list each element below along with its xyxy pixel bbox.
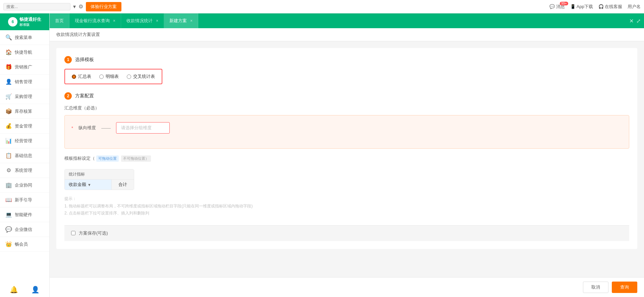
dimension-area: * 纵向维度 —— 请选择分组维度 [64, 115, 629, 149]
sidebar-bell-icon[interactable]: 🔔 [10, 286, 18, 294]
radio-cross-label: 交叉统计表 [133, 73, 155, 80]
sidebar-item-sales[interactable]: 👤 销售管理 [0, 75, 49, 89]
dimension-row: * 纵向维度 —— 请选择分组维度 [71, 122, 622, 134]
tab-collection-close[interactable]: × [156, 18, 158, 23]
tab-bar-right: ✕ ⤢ [629, 18, 644, 24]
cancel-button[interactable]: 取消 [583, 282, 608, 293]
sidebar-item-wechat[interactable]: 💬 企业微信 [0, 222, 49, 237]
query-button[interactable]: 查询 [612, 282, 637, 293]
radio-summary[interactable]: 汇总表 [72, 73, 91, 80]
tab-home-label: 首页 [55, 18, 64, 24]
tab-close-all-btn[interactable]: ✕ [629, 18, 634, 24]
gear-icon: ⚙ [5, 167, 12, 174]
tab-expand-btn[interactable]: ⤢ [636, 18, 641, 24]
logo-icon: 6 [8, 17, 17, 27]
header-dropdown-btn[interactable]: ▾ [73, 3, 76, 10]
save-checkbox[interactable] [71, 231, 75, 235]
tab-new-plan[interactable]: 新建方案 × [164, 13, 198, 28]
sidebar-item-label-search: 搜索菜单 [15, 35, 32, 41]
download-label: App下载 [577, 4, 593, 10]
edition-label: 标准版 [19, 22, 41, 27]
tab-collection-label: 收款情况统计 [126, 18, 153, 24]
trial-btn[interactable]: 体验行业方案 [86, 2, 121, 11]
user-name: 用户名 [628, 4, 641, 10]
sidebar-item-system[interactable]: ⚙ 系统管理 [0, 163, 49, 178]
sidebar-item-quick[interactable]: 🏠 快捷导航 [0, 45, 49, 60]
tab-bank[interactable]: 现金银行流水查询 × [69, 13, 121, 28]
sidebar-item-label-sales: 销售管理 [15, 79, 32, 85]
stats-header: 统计指标 [65, 169, 134, 180]
sidebar-item-label-operation: 经营管理 [15, 138, 32, 144]
dimension-title: 汇总维度（必选） [64, 105, 629, 111]
arrow-right-icon: —— [101, 125, 111, 131]
step1-title: 选择模板 [75, 57, 94, 63]
stats-amount-cell[interactable]: 收款金额 ▾ [65, 180, 112, 190]
search-menu-icon: 🔍 [5, 34, 12, 41]
step1-number: 1 [64, 56, 72, 63]
person-icon: 👤 [5, 79, 12, 85]
tab-home[interactable]: 首页 [50, 13, 69, 28]
sidebar-item-guide[interactable]: 📖 新手引导 [0, 193, 49, 207]
radio-detail-input[interactable] [99, 75, 104, 79]
sidebar-logo: 6 畅捷通好生 标准版 [0, 13, 49, 30]
footer-bar: 取消 查询 [50, 277, 644, 297]
sidebar-user-icon[interactable]: 👤 [31, 286, 40, 294]
service-label: 在线客服 [605, 4, 622, 10]
main-layout: 6 畅捷通好生 标准版 🔍 搜索菜单 🏠 快捷导航 🎁 营销推广 👤 销售管理 … [0, 13, 644, 297]
tip-2: 2. 点击标题栏下拉可设置排序、插入列和删除列 [64, 210, 629, 217]
online-service-link[interactable]: 🎧 在线客服 [598, 4, 622, 10]
tab-new-plan-close[interactable]: × [190, 18, 193, 23]
sidebar-item-finance[interactable]: 💰 资金管理 [0, 119, 49, 134]
step2-section: 2 方案配置 汇总维度（必选） * 纵向维度 —— 请选择分组维度 [64, 92, 629, 217]
tab-new-plan-label: 新建方案 [169, 18, 187, 24]
sidebar-item-purchase[interactable]: 🛒 采购管理 [0, 89, 49, 104]
radio-detail-label: 明细表 [106, 73, 119, 80]
sidebar-item-search[interactable]: 🔍 搜索菜单 [0, 30, 49, 45]
sidebar-item-basic[interactable]: 📋 基础信息 [0, 148, 49, 163]
message-badge-container[interactable]: 💬 消息 99+ [549, 4, 565, 10]
sidebar-item-inventory[interactable]: 📦 库存核算 [0, 104, 49, 119]
metrics-title-text: 模板指标设定（ [64, 156, 95, 161]
radio-summary-input[interactable] [72, 75, 76, 79]
stats-total-cell: 合计 [112, 180, 134, 190]
sidebar-item-marketing[interactable]: 🎁 营销推广 [0, 60, 49, 75]
template-selection-box: 汇总表 明细表 交叉统计表 [64, 69, 162, 84]
radio-cross-input[interactable] [127, 75, 131, 79]
chat-icon: 💬 [5, 226, 12, 233]
sidebar-item-label-member: 畅会员 [15, 241, 28, 247]
header-gear-btn[interactable]: ⚙ [78, 3, 83, 10]
step1-header: 1 选择模板 [64, 56, 629, 63]
content-area: 首页 现金银行流水查询 × 收款情况统计 × 新建方案 × ✕ ⤢ 收款情况统计… [50, 13, 644, 297]
box-icon: 📦 [5, 108, 12, 114]
save-label: 方案保存(可选) [79, 230, 108, 236]
sidebar: 6 畅捷通好生 标准版 🔍 搜索菜单 🏠 快捷导航 🎁 营销推广 👤 销售管理 … [0, 13, 50, 297]
top-header: ▾ ⚙ 体验行业方案 💬 消息 99+ 📱 App下载 🎧 在线客服 用户名 [0, 0, 644, 13]
form-card: 1 选择模板 汇总表 明细表 [56, 48, 637, 249]
required-star: * [71, 126, 73, 131]
dimension-select-box[interactable]: 请选择分组维度 [116, 122, 170, 134]
draggable-tag: 可拖动位置 [96, 155, 119, 162]
sidebar-item-label-marketing: 营销推广 [15, 64, 32, 70]
gift-icon: 🎁 [5, 64, 12, 70]
app-download-link[interactable]: 📱 App下载 [570, 4, 593, 10]
page-content: 收款情况统计方案设置 1 选择模板 汇总表 [50, 28, 644, 297]
tab-bank-close[interactable]: × [113, 18, 115, 23]
stats-dropdown-icon[interactable]: ▾ [88, 182, 91, 187]
logo-text-container: 畅捷通好生 标准版 [19, 16, 41, 27]
sidebar-item-enterprise[interactable]: 🏢 企业协同 [0, 178, 49, 193]
clipboard-icon: 📋 [5, 152, 12, 159]
sidebar-item-member[interactable]: 👑 畅会员 [0, 237, 49, 252]
sidebar-item-hardware[interactable]: 💻 智能硬件 [0, 207, 49, 222]
logo-text: 畅捷通好生 [19, 16, 41, 22]
radio-detail[interactable]: 明细表 [99, 73, 119, 80]
header-search-input[interactable] [3, 3, 70, 10]
tab-bar: 首页 现金银行流水查询 × 收款情况统计 × 新建方案 × ✕ ⤢ [50, 13, 644, 28]
sidebar-item-operation[interactable]: 📊 经营管理 [0, 134, 49, 148]
step2-header: 2 方案配置 [64, 92, 629, 100]
cart-icon: 🛒 [5, 93, 12, 100]
radio-cross[interactable]: 交叉统计表 [127, 73, 155, 80]
hardware-icon: 💻 [5, 211, 12, 218]
dimension-placeholder: 请选择分组维度 [121, 125, 152, 131]
sidebar-item-label-finance: 资金管理 [15, 123, 32, 129]
tab-collection[interactable]: 收款情况统计 × [121, 13, 164, 28]
